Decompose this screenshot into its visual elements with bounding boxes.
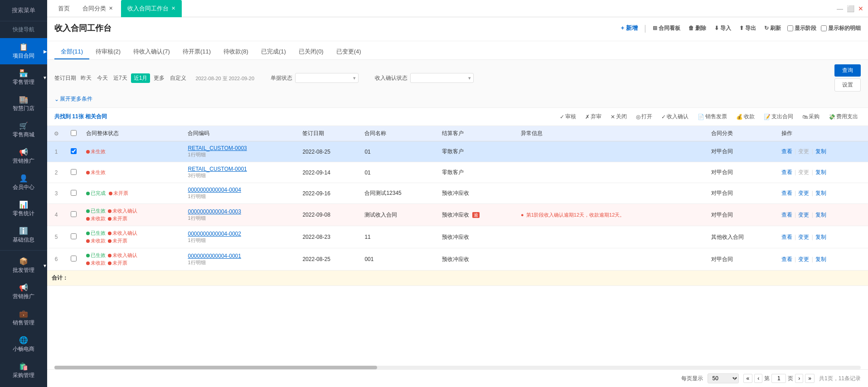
sidebar-item-member[interactable]: 👤 会员中心 [0, 169, 47, 196]
show-stages-checkbox[interactable]: 显示阶段 [787, 24, 816, 32]
tab-home[interactable]: 首页 [52, 0, 76, 17]
last-page-button[interactable]: » [805, 374, 815, 383]
filter-tab-invoice[interactable]: 待开票(11) [176, 45, 217, 59]
minimize-icon[interactable]: — [837, 5, 843, 12]
sidebar-item-wholesale[interactable]: 📦 批发管理 ▼ [0, 252, 47, 279]
export-button[interactable]: ⬆ 导出 [737, 24, 758, 33]
contract-code-link5[interactable]: 0000000000004-0002 [188, 231, 241, 237]
sidebar-item-sales[interactable]: 💼 销售管理 [0, 305, 47, 331]
date-today[interactable]: 今天 [95, 73, 110, 83]
toolbar-purchase-btn[interactable]: 🛍 采购 [800, 111, 822, 122]
query-button[interactable]: 查询 [834, 64, 861, 77]
change-link5[interactable]: 变更 [798, 234, 809, 240]
toolbar-open-btn[interactable]: ◎ 打开 [633, 111, 655, 122]
date-7days[interactable]: 近7天 [112, 73, 129, 83]
row-checkbox-cell[interactable] [65, 204, 82, 226]
contract-code-link6[interactable]: 0000000000004-0001 [188, 253, 241, 259]
change-link2[interactable]: 变更 [798, 169, 809, 175]
copy-link2[interactable]: 复制 [815, 169, 826, 175]
delete-button[interactable]: 🗑 删除 [687, 24, 708, 33]
first-page-button[interactable]: « [743, 374, 753, 383]
page-size-select[interactable]: 10 20 50 100 [708, 373, 739, 383]
date-yesterday[interactable]: 昨天 [79, 73, 93, 83]
sidebar-search[interactable]: 搜索菜单 [0, 0, 47, 21]
prev-page-button[interactable]: ‹ [754, 374, 762, 383]
row-checkbox-cell[interactable] [65, 248, 82, 271]
filter-tab-review[interactable]: 待审核(2) [89, 45, 127, 59]
date-1month[interactable]: 近1月 [131, 73, 150, 83]
sidebar-item-marketing1[interactable]: 📢 营销推广 [0, 143, 47, 169]
sidebar-item-contract[interactable]: 📋 项目合同 ▶ [0, 38, 47, 64]
toolbar-review-btn[interactable]: ✓ 审核 [557, 111, 579, 122]
sidebar-item-retail[interactable]: 🏪 零售管理 ▼ [0, 64, 47, 91]
sidebar-item-marketing2[interactable]: 📢 营销推广 [0, 279, 47, 305]
show-details-input[interactable] [821, 25, 827, 31]
h-scroll-bar[interactable] [54, 366, 861, 369]
row-checkbox-cell[interactable] [65, 226, 82, 248]
maximize-icon[interactable]: ⬜ [847, 5, 854, 12]
toolbar-close-btn[interactable]: ✕ 关闭 [608, 111, 630, 122]
view-link3[interactable]: 查看 [781, 190, 792, 196]
th-checkbox[interactable] [65, 126, 82, 141]
view-link[interactable]: 查看 [781, 148, 792, 155]
row-checkbox[interactable] [71, 211, 77, 217]
expand-button[interactable]: ⌄ 展开更多条件 [54, 95, 861, 103]
contract-code-link[interactable]: RETAIL_CUSTOM-0003 [188, 145, 247, 151]
contract-code-link3[interactable]: 0000000000004-0004 [188, 187, 241, 193]
filter-tab-done[interactable]: 已完成(1) [255, 45, 292, 59]
tab-income-workbench[interactable]: 收入合同工作台 ✕ [121, 0, 182, 17]
copy-link[interactable]: 复制 [815, 148, 826, 155]
row-checkbox-cell[interactable] [65, 162, 82, 183]
page-input[interactable] [771, 374, 786, 383]
change-link4[interactable]: 变更 [798, 212, 809, 218]
filter-tab-changed[interactable]: 已变更(4) [330, 45, 368, 59]
sidebar-item-smart-store[interactable]: 🏬 智慧门店 [0, 91, 47, 117]
change-link6[interactable]: 变更 [798, 256, 809, 262]
filter-tab-all[interactable]: 全部(11) [54, 45, 89, 59]
contract-code-link4[interactable]: 0000000000004-0003 [188, 208, 241, 215]
copy-link6[interactable]: 复制 [815, 256, 826, 262]
kanban-button[interactable]: ⊞ 合同看板 [651, 24, 682, 33]
sidebar-item-stats[interactable]: 📊 零售统计 [0, 196, 47, 222]
next-page-button[interactable]: › [795, 374, 803, 383]
th-settings[interactable]: ⚙ [47, 126, 65, 141]
toolbar-income-confirm-btn[interactable]: ✓ 收入确认 [659, 111, 691, 122]
settings-button[interactable]: 设置 [834, 78, 861, 92]
toolbar-payment-btn[interactable]: 💰 收款 [733, 111, 757, 122]
select-all-checkbox[interactable] [71, 130, 77, 136]
confirm-select[interactable] [410, 73, 474, 83]
toolbar-abandon-btn[interactable]: ✗ 弃审 [582, 111, 604, 122]
copy-link3[interactable]: 复制 [815, 190, 826, 196]
row-checkbox[interactable] [71, 256, 77, 261]
tab-close-active-icon[interactable]: ✕ [171, 5, 175, 11]
row-checkbox[interactable] [71, 233, 77, 239]
row-checkbox[interactable] [71, 148, 77, 154]
change-link3[interactable]: 变更 [798, 190, 809, 196]
sidebar-nav-label[interactable]: 快捷导航 [0, 21, 47, 38]
view-link4[interactable]: 查看 [781, 212, 792, 218]
copy-link4[interactable]: 复制 [815, 212, 826, 218]
show-details-checkbox[interactable]: 显示标的明细 [821, 24, 861, 32]
toolbar-invoice-btn[interactable]: 📄 销售发票 [695, 111, 730, 122]
import-button[interactable]: ⬇ 导入 [713, 24, 733, 33]
refresh-button[interactable]: ↻ 刷新 [762, 24, 783, 33]
view-link5[interactable]: 查看 [781, 234, 792, 240]
sidebar-item-purchase[interactable]: 🛍️ 采购管理 [0, 358, 47, 384]
row-checkbox[interactable] [71, 169, 77, 175]
tab-contract-category[interactable]: 合同分类 ✕ [76, 0, 119, 17]
row-checkbox-cell[interactable] [65, 141, 82, 162]
view-link6[interactable]: 查看 [781, 256, 792, 262]
filter-tab-payment[interactable]: 待收款(8) [217, 45, 255, 59]
add-button[interactable]: + 新增 [619, 23, 640, 33]
sidebar-item-base[interactable]: ℹ️ 基础信息 [0, 222, 47, 248]
tab-close-icon[interactable]: ✕ [109, 5, 113, 11]
change-link[interactable]: 变更 [798, 148, 809, 155]
copy-link5[interactable]: 复制 [815, 234, 826, 240]
toolbar-expense-contract-btn[interactable]: 📝 支出合同 [761, 111, 796, 122]
sidebar-item-ecom[interactable]: 🌐 小畅电商 [0, 331, 47, 358]
toolbar-expense-btn[interactable]: 💸 费用支出 [826, 111, 861, 122]
window-close-icon[interactable]: ✕ [858, 5, 863, 12]
contract-code-link2[interactable]: RETAIL_CUSTOM-0001 [188, 166, 247, 172]
date-more[interactable]: 更多 [152, 73, 166, 83]
status-select[interactable] [295, 73, 359, 83]
